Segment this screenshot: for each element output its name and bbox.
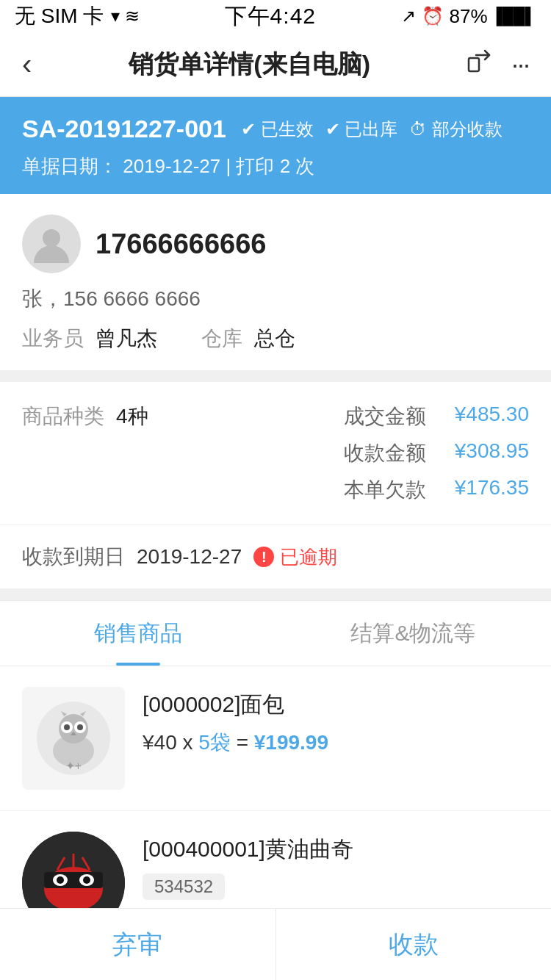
customer-name-phone: 张，156 6666 6666: [22, 285, 529, 313]
summary-left: 商品种类 4种: [22, 403, 148, 430]
status-left: 无 SIM 卡 ▾ ≋: [15, 2, 140, 30]
sales-meta: 业务员 曾凡杰: [22, 325, 157, 353]
date-label: 单据日期：: [22, 155, 118, 177]
customer-top: 17666666666: [22, 215, 529, 273]
svg-point-9: [77, 724, 83, 730]
order-id: SA-20191227-001: [22, 115, 226, 143]
product-total-1: ¥199.99: [254, 731, 328, 754]
tabs-row: 销售商品 结算&物流等: [0, 601, 551, 666]
wifi-icon: ▾ ≋: [111, 6, 140, 26]
warehouse-value: 总仓: [254, 325, 295, 353]
print-label: 打印: [236, 155, 274, 177]
badge-partial: ⏱ 部分收款: [409, 118, 503, 141]
product-info-1: [0000002]面包 ¥40 x 5袋 = ¥199.99: [143, 687, 529, 757]
sales-label: 业务员: [22, 325, 84, 353]
tab-underline: [116, 663, 160, 666]
svg-point-19: [57, 876, 64, 884]
collect-payment-button[interactable]: 收款: [276, 909, 552, 980]
avatar: [22, 215, 81, 273]
amount-row-1: 成交金额 ¥485.30: [344, 403, 529, 430]
more-icon[interactable]: ···: [511, 49, 529, 80]
product-name-2: [000400001]黄油曲奇: [143, 835, 529, 865]
debt-value: ¥176.35: [441, 476, 529, 504]
received-value: ¥308.95: [441, 439, 529, 467]
overdue-text: 已逾期: [280, 544, 337, 570]
product-image-1: ✦+: [22, 687, 125, 790]
tab-settlement-label: 结算&物流等: [350, 619, 475, 649]
customer-phone: 17666666666: [96, 228, 266, 260]
amount-row-3: 本单欠款 ¥176.35: [344, 476, 529, 504]
svg-text:✦+: ✦+: [65, 760, 82, 772]
print-count: 2: [280, 155, 290, 177]
product-sku-2: 534532: [143, 873, 225, 900]
svg-point-2: [43, 229, 60, 247]
badge-shipped: ✔ 已出库: [325, 118, 398, 141]
overdue-badge: ! 已逾期: [253, 544, 337, 570]
battery-display: 87% ▐██▌: [450, 5, 536, 28]
status-bar: 无 SIM 卡 ▾ ≋ 下午4:42 ↗ ⏰ 87% ▐██▌: [0, 0, 551, 32]
svg-point-20: [83, 876, 90, 884]
tabs-section: 销售商品 结算&物流等: [0, 600, 551, 666]
back-button[interactable]: ‹: [22, 48, 32, 81]
amount-label: 成交金额: [344, 403, 426, 430]
tab-settlement[interactable]: 结算&物流等: [276, 601, 551, 666]
nav-bar: ‹ 销货单详情(来自电脑) ···: [0, 32, 551, 97]
summary-right: 成交金额 ¥485.30 收款金额 ¥308.95 本单欠款 ¥176.35: [344, 403, 529, 504]
battery-icon: ▐██▌: [491, 7, 536, 26]
status-right: ↗ ⏰ 87% ▐██▌: [401, 5, 536, 28]
svg-rect-0: [469, 58, 479, 71]
time-display: 下午4:42: [225, 1, 316, 32]
due-date-section: 收款到期日 2019-12-27 ! 已逾期: [0, 525, 551, 588]
product-name-1: [0000002]面包: [143, 690, 529, 720]
tab-sales-label: 销售商品: [94, 619, 182, 649]
location-icon: ↗: [401, 6, 416, 26]
summary-row: 商品种类 4种 成交金额 ¥485.30 收款金额 ¥308.95 本单欠款 ¥…: [22, 403, 529, 504]
type-label: 商品种类: [22, 403, 104, 430]
received-label: 收款金额: [344, 439, 426, 467]
table-row: ✦+ [0000002]面包 ¥40 x 5袋 = ¥199.99: [0, 666, 551, 811]
status-badges: ✔ 已生效 ✔ 已出库 ⏱ 部分收款: [241, 118, 503, 141]
amount-row-2: 收款金额 ¥308.95: [344, 439, 529, 467]
customer-meta: 业务员 曾凡杰 仓库 总仓: [22, 325, 529, 353]
share-icon[interactable]: [467, 48, 494, 81]
cancel-review-button[interactable]: 弃审: [0, 909, 276, 980]
warehouse-meta: 仓库 总仓: [201, 325, 295, 353]
due-label: 收款到期日: [22, 543, 125, 571]
sales-value: 曾凡杰: [96, 325, 157, 353]
alarm-icon: ⏰: [422, 6, 444, 26]
divider-1: [0, 370, 551, 382]
product-qty-1: 5袋: [198, 731, 231, 754]
product-price-1: ¥40 x: [143, 731, 198, 754]
bottom-bar: 弃审 收款: [0, 908, 551, 980]
divider-2: [0, 588, 551, 600]
svg-point-8: [64, 724, 70, 730]
summary-section: 商品种类 4种 成交金额 ¥485.30 收款金额 ¥308.95 本单欠款 ¥…: [0, 382, 551, 525]
nav-right-actions: ···: [467, 48, 529, 81]
badge-active: ✔ 已生效: [241, 118, 314, 141]
page-title: 销货单详情(来自电脑): [129, 48, 370, 82]
debt-label: 本单欠款: [344, 476, 426, 504]
header-date-row: 单据日期： 2019-12-27 | 打印 2 次: [22, 154, 529, 179]
due-date-value: 2019-12-27: [137, 545, 242, 569]
header-banner: SA-20191227-001 ✔ 已生效 ✔ 已出库 ⏱ 部分收款 单据日期：…: [0, 97, 551, 194]
overdue-dot-icon: !: [253, 547, 274, 567]
amount-value: ¥485.30: [441, 403, 529, 430]
type-value: 4种: [116, 403, 148, 430]
customer-section: 17666666666 张，156 6666 6666 业务员 曾凡杰 仓库 总…: [0, 194, 551, 370]
print-suffix: 次: [295, 155, 314, 177]
order-date: 2019-12-27: [123, 155, 220, 177]
product-price-row-1: ¥40 x 5袋 = ¥199.99: [143, 729, 529, 757]
tab-sales-products[interactable]: 销售商品: [0, 601, 276, 666]
warehouse-label: 仓库: [201, 325, 242, 353]
carrier-text: 无 SIM 卡: [15, 2, 104, 30]
order-id-row: SA-20191227-001 ✔ 已生效 ✔ 已出库 ⏱ 部分收款: [22, 115, 529, 143]
